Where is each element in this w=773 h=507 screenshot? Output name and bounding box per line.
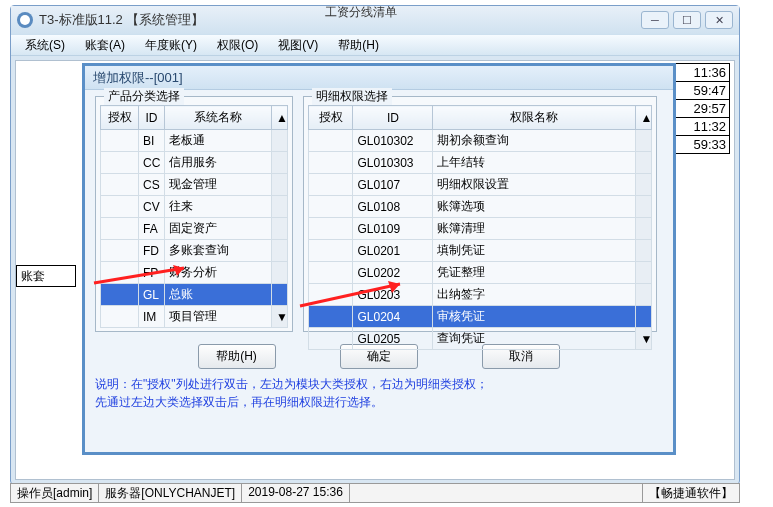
scroll-track[interactable] xyxy=(636,130,652,152)
cell-auth[interactable] xyxy=(309,174,353,196)
scroll-track[interactable] xyxy=(636,284,652,306)
table-row[interactable]: GL0204审核凭证 xyxy=(309,306,652,328)
cell-auth[interactable] xyxy=(309,328,353,350)
scroll-up-icon[interactable]: ▲ xyxy=(272,106,288,130)
col-auth[interactable]: 授权 xyxy=(309,106,353,130)
cell-id: GL0108 xyxy=(353,196,433,218)
table-row[interactable]: BI老板通 xyxy=(101,130,288,152)
cell-auth[interactable] xyxy=(101,196,139,218)
scroll-track[interactable] xyxy=(636,152,652,174)
table-row[interactable]: FA固定资产 xyxy=(101,218,288,240)
scroll-track[interactable] xyxy=(636,306,652,328)
scroll-track[interactable] xyxy=(636,262,652,284)
cell-auth[interactable] xyxy=(101,174,139,196)
menu-system[interactable]: 系统(S) xyxy=(15,35,75,56)
time-list: 11:36 59:47 29:57 11:32 59:33 xyxy=(675,63,730,154)
cell-auth[interactable] xyxy=(309,196,353,218)
cell-name: 查询凭证 xyxy=(433,328,636,350)
cell-id: CS xyxy=(139,174,165,196)
scroll-track[interactable] xyxy=(272,240,288,262)
app-icon xyxy=(17,12,33,28)
cell-auth[interactable] xyxy=(309,218,353,240)
table-row[interactable]: GL0109账簿清理 xyxy=(309,218,652,240)
cell-auth[interactable] xyxy=(101,284,139,306)
scroll-track[interactable] xyxy=(272,196,288,218)
help-button[interactable]: 帮助(H) xyxy=(198,344,276,369)
col-id[interactable]: ID xyxy=(353,106,433,130)
cell-name: 明细权限设置 xyxy=(433,174,636,196)
menu-perm[interactable]: 权限(O) xyxy=(207,35,268,56)
table-row[interactable]: GL0203出纳签字 xyxy=(309,284,652,306)
col-id[interactable]: ID xyxy=(139,106,165,130)
cell-id: GL xyxy=(139,284,165,306)
table-row[interactable]: GL0107明细权限设置 xyxy=(309,174,652,196)
table-row[interactable]: CV往来 xyxy=(101,196,288,218)
table-row[interactable]: CC信用服务 xyxy=(101,152,288,174)
cell-auth[interactable] xyxy=(101,240,139,262)
table-row[interactable]: FD多账套查询 xyxy=(101,240,288,262)
col-name[interactable]: 权限名称 xyxy=(433,106,636,130)
maximize-button[interactable]: ☐ xyxy=(673,11,701,29)
scroll-track[interactable]: ▼ xyxy=(636,328,652,350)
table-row[interactable]: GL0201填制凭证 xyxy=(309,240,652,262)
scroll-track[interactable] xyxy=(272,284,288,306)
cell-auth[interactable] xyxy=(101,152,139,174)
scroll-track[interactable] xyxy=(636,240,652,262)
cell-auth[interactable] xyxy=(309,306,353,328)
table-row[interactable]: IM项目管理▼ xyxy=(101,306,288,328)
cell-name: 上年结转 xyxy=(433,152,636,174)
col-auth[interactable]: 授权 xyxy=(101,106,139,130)
right-grid[interactable]: 授权 ID 权限名称 ▲ GL010302期初余额查询GL010303上年结转G… xyxy=(308,105,652,350)
table-row[interactable]: FP财务分析 xyxy=(101,262,288,284)
cell-id: GL0205 xyxy=(353,328,433,350)
group-detail-permission: 明细权限选择 授权 ID 权限名称 ▲ GL010302期初余额查询GL0103… xyxy=(303,96,657,332)
scroll-track[interactable] xyxy=(636,196,652,218)
cell-auth[interactable] xyxy=(101,130,139,152)
cell-auth[interactable] xyxy=(309,262,353,284)
cell-id: GL010302 xyxy=(353,130,433,152)
group-right-legend: 明细权限选择 xyxy=(312,88,392,105)
table-row[interactable]: CS现金管理 xyxy=(101,174,288,196)
table-row[interactable]: GL0205查询凭证▼ xyxy=(309,328,652,350)
scroll-track[interactable] xyxy=(272,130,288,152)
main-window: 工资分线清单 T3-标准版11.2 【系统管理】 ─ ☐ ✕ 系统(S) 账套(… xyxy=(10,5,740,485)
left-grid[interactable]: 授权 ID 系统名称 ▲ BI老板通CC信用服务CS现金管理CV往来FA固定资产… xyxy=(100,105,288,328)
cell-auth[interactable] xyxy=(309,284,353,306)
menu-help[interactable]: 帮助(H) xyxy=(328,35,389,56)
scroll-track[interactable] xyxy=(272,218,288,240)
scroll-track[interactable] xyxy=(272,174,288,196)
scroll-up-icon[interactable]: ▲ xyxy=(636,106,652,130)
table-row[interactable]: GL010303上年结转 xyxy=(309,152,652,174)
group-left-legend: 产品分类选择 xyxy=(104,88,184,105)
dialog-note: 说明：在"授权"列处进行双击，左边为模块大类授权，右边为明细类授权； 先通过左边… xyxy=(95,375,663,411)
cell-id: IM xyxy=(139,306,165,328)
cell-name: 现金管理 xyxy=(165,174,272,196)
scroll-track[interactable]: ▼ xyxy=(272,306,288,328)
cell-id: GL0109 xyxy=(353,218,433,240)
scroll-track[interactable] xyxy=(272,262,288,284)
scroll-track[interactable] xyxy=(272,152,288,174)
cell-auth[interactable] xyxy=(101,262,139,284)
table-row[interactable]: GL0108账簿选项 xyxy=(309,196,652,218)
table-row[interactable]: GL0202凭证整理 xyxy=(309,262,652,284)
time-row: 11:36 xyxy=(675,63,730,82)
cell-auth[interactable] xyxy=(309,130,353,152)
close-button[interactable]: ✕ xyxy=(705,11,733,29)
menu-year[interactable]: 年度账(Y) xyxy=(135,35,207,56)
scroll-track[interactable] xyxy=(636,174,652,196)
cell-id: CC xyxy=(139,152,165,174)
cell-auth[interactable] xyxy=(101,218,139,240)
col-name[interactable]: 系统名称 xyxy=(165,106,272,130)
scroll-track[interactable] xyxy=(636,218,652,240)
menu-ledger[interactable]: 账套(A) xyxy=(75,35,135,56)
table-row[interactable]: GL总账 xyxy=(101,284,288,306)
menu-view[interactable]: 视图(V) xyxy=(268,35,328,56)
time-row: 59:47 xyxy=(675,82,730,100)
minimize-button[interactable]: ─ xyxy=(641,11,669,29)
cell-auth[interactable] xyxy=(309,240,353,262)
cell-auth[interactable] xyxy=(101,306,139,328)
side-tab-ledger[interactable]: 账套 xyxy=(16,265,76,287)
cell-name: 多账套查询 xyxy=(165,240,272,262)
table-row[interactable]: GL010302期初余额查询 xyxy=(309,130,652,152)
cell-auth[interactable] xyxy=(309,152,353,174)
